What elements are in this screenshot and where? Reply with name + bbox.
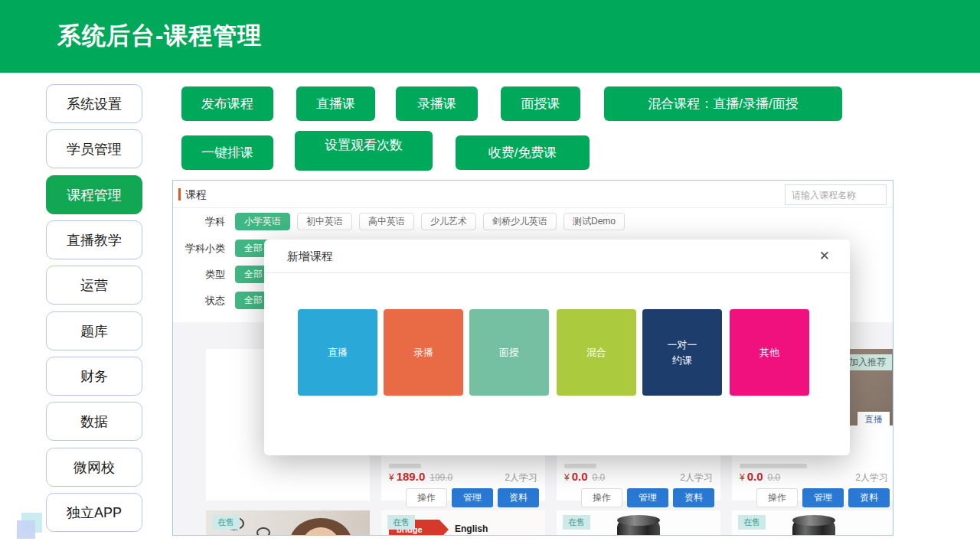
sidebar-item-data[interactable]: 数据	[46, 402, 142, 441]
manage-button[interactable]: 管理	[452, 488, 493, 507]
manage-button[interactable]: 管理	[627, 488, 668, 507]
course-type-badge: 直播	[858, 412, 890, 425]
panel-title: 课程	[185, 188, 207, 202]
course-type-label: 一对一	[668, 337, 697, 353]
course-original-price: 199.0	[430, 472, 452, 483]
course-type-live-card[interactable]: 直播	[298, 309, 377, 396]
course-price: 0.0	[572, 470, 588, 483]
course-price: 189.0	[397, 470, 426, 483]
on-sale-badge: 在售	[387, 515, 415, 530]
close-icon[interactable]: ✕	[819, 248, 830, 264]
on-sale-badge: 在售	[212, 515, 240, 530]
page-title: 系统后台-课程管理	[57, 20, 262, 52]
live-course-button[interactable]: 直播课	[296, 86, 375, 121]
sidebar-item-course-management[interactable]: 课程管理	[46, 175, 142, 214]
currency-symbol: ¥	[564, 472, 570, 483]
cylinder-graphic	[792, 520, 835, 536]
on-sale-badge: 在售	[738, 515, 766, 530]
course-original-price: 0.0	[768, 472, 781, 483]
course-type-label: 面授	[499, 345, 519, 360]
course-type-recorded-card[interactable]: 录播	[384, 309, 463, 396]
page-header: 系统后台-课程管理	[0, 0, 980, 73]
sidebar-item-finance[interactable]: 财务	[46, 357, 142, 396]
filter-label: 类型	[173, 268, 225, 282]
filter-chip-primary-english[interactable]: 小学英语	[235, 213, 290, 230]
on-sale-badge: 在售	[563, 515, 590, 530]
course-cover-image: 在售	[206, 510, 370, 536]
sidebar-item-operations[interactable]: 运营	[46, 266, 142, 305]
material-button[interactable]: 资料	[498, 488, 539, 507]
sidebar-item-live-teaching[interactable]: 直播教学	[46, 220, 142, 259]
course-cover-image: 在售	[732, 510, 893, 536]
manage-button[interactable]: 管理	[802, 488, 844, 507]
course-card[interactable]: 在售	[206, 510, 370, 536]
course-type-label: 录播	[413, 345, 433, 360]
filter-row-subcategory: 学科小类 全部	[173, 240, 272, 257]
student-count: 2人学习	[855, 471, 888, 484]
recommend-badge[interactable]: 加入推荐	[843, 354, 892, 370]
cylinder-graphic	[617, 520, 660, 536]
student-count: 2人学习	[680, 471, 713, 484]
currency-symbol: ¥	[740, 472, 745, 483]
add-course-modal: 新增课程 ✕ 直播 录播 面授 混合 一对一 约课 其他	[264, 240, 850, 455]
recorded-course-button[interactable]: 录播课	[396, 86, 478, 121]
course-price: 0.0	[747, 470, 763, 483]
paid-free-course-button[interactable]: 收费/免费课	[456, 135, 590, 170]
course-type-mixed-card[interactable]: 混合	[557, 309, 636, 396]
material-button[interactable]: 资料	[673, 488, 714, 507]
sidebar-item-student-management[interactable]: 学员管理	[46, 129, 142, 168]
course-panel-header: 课程	[173, 181, 893, 208]
operate-button[interactable]: 操作	[581, 488, 622, 507]
screen: 系统后台-课程管理 系统设置 学员管理 课程管理 直播教学 运营 题库 财务 数…	[0, 0, 980, 551]
publish-course-button[interactable]: 发布课程	[181, 86, 273, 121]
offline-course-button[interactable]: 面授课	[501, 86, 580, 121]
doodle-graphic	[256, 527, 270, 536]
course-card[interactable]: bridge English Qualifications 在售	[381, 510, 545, 536]
course-card[interactable]: 在售	[732, 510, 893, 536]
course-type-offline-card[interactable]: 面授	[469, 309, 549, 396]
operate-button[interactable]: 操作	[406, 488, 447, 507]
course-original-price: 0.0	[593, 472, 606, 483]
course-type-label: 混合	[586, 345, 606, 360]
sidebar-item-system-settings[interactable]: 系统设置	[46, 84, 142, 123]
one-click-schedule-button[interactable]: 一键排课	[181, 135, 273, 170]
course-type-label: 其他	[760, 345, 779, 360]
filter-chip-junior-english[interactable]: 初中英语	[297, 213, 352, 230]
filter-chip-test-demo[interactable]: 测试Demo	[564, 213, 625, 230]
course-search-input[interactable]	[785, 184, 887, 205]
sidebar-item-question-bank[interactable]: 题库	[46, 311, 142, 350]
filter-row-subject: 学科 小学英语 初中英语 高中英语 少儿艺术 剑桥少儿英语 测试Demo	[173, 213, 625, 230]
decor-square-blue	[17, 520, 35, 539]
course-title-fragment	[740, 464, 807, 468]
operate-button[interactable]: 操作	[756, 488, 798, 507]
course-card[interactable]: 在售	[557, 510, 720, 536]
course-cover-image: bridge English Qualifications 在售	[381, 510, 545, 536]
currency-symbol: ¥	[389, 472, 394, 483]
course-cover-image: 在售	[557, 510, 720, 536]
filter-label: 学科小类	[173, 242, 225, 256]
student-count: 2人学习	[505, 471, 537, 484]
modal-header: 新增课程 ✕	[264, 240, 850, 273]
filter-chip-senior-english[interactable]: 高中英语	[359, 213, 414, 230]
sidebar-item-micro-school[interactable]: 微网校	[46, 448, 142, 487]
course-type-one-on-one-card[interactable]: 一对一 约课	[642, 309, 722, 396]
sidebar-item-standalone-app[interactable]: 独立APP	[46, 493, 142, 532]
filter-row-type: 类型 全部	[173, 266, 272, 283]
mixed-course-button[interactable]: 混合课程：直播/录播/面授	[604, 86, 842, 121]
filter-chip-cambridge-kids-english[interactable]: 剑桥少儿英语	[483, 213, 557, 230]
course-title-fragment	[564, 464, 596, 468]
filter-label: 学科	[173, 215, 225, 229]
course-title-fragment	[389, 464, 421, 468]
filter-label: 状态	[173, 294, 225, 308]
modal-title: 新增课程	[287, 249, 333, 264]
filter-chip-kids-art[interactable]: 少儿艺术	[421, 213, 476, 230]
material-button[interactable]: 资料	[848, 488, 890, 507]
course-type-other-card[interactable]: 其他	[730, 309, 809, 396]
cambridge-caption: English Qualifications	[455, 523, 545, 536]
course-type-label: 直播	[328, 345, 348, 360]
set-view-count-button[interactable]: 设置观看次数	[295, 131, 433, 171]
course-type-label-line2: 约课	[672, 353, 692, 368]
filter-row-status: 状态 全部	[173, 292, 272, 309]
panel-accent-bar	[178, 188, 181, 201]
